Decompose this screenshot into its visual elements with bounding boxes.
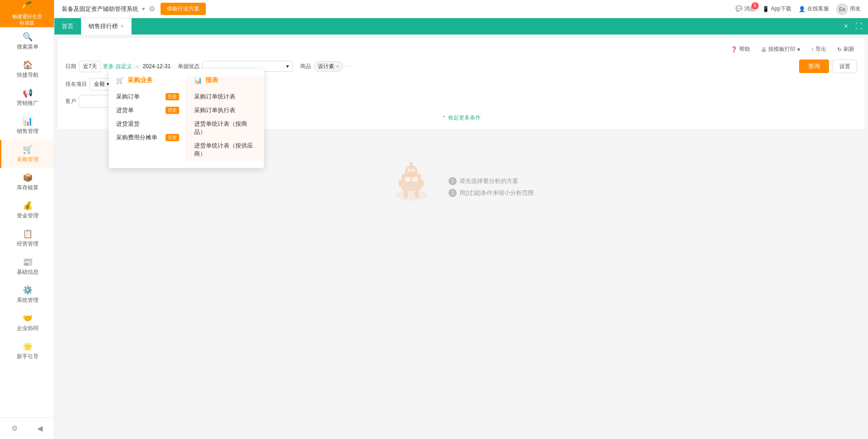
main-content: 🛒 采购业务 采购订单 历史 进货单 历史 进货退货 采购费用分摊单 历史 [54, 35, 868, 439]
main-area: 装备及固定资产辅助管理系统 ▾ ⚙ 体验行业方案 💬 消息 9 📱 App下载 … [54, 0, 868, 439]
report-section: 📊 报表 采购订单统计表 采购订单执行表 进货单统计表（按商品） 进货单统计表（… [186, 76, 264, 161]
report-incoming-supplier-item[interactable]: 进货单统计表（按供应商） [194, 139, 257, 161]
fee-history-badge: 历史 [166, 134, 179, 141]
purchase-fee-item[interactable]: 采购费用分摊单 历史 [116, 131, 179, 144]
purchase-dropdown-menu: 🛒 采购业务 采购订单 历史 进货单 历史 进货退货 采购费用分摊单 历史 [109, 69, 264, 168]
purchase-return-item[interactable]: 进货退货 [116, 117, 179, 131]
purchase-section-icon: 🛒 [116, 77, 124, 84]
report-order-exec-item[interactable]: 采购订单执行表 [194, 104, 257, 117]
report-incoming-goods-item[interactable]: 进货单统计表（按商品） [194, 117, 257, 139]
report-section-header: 📊 报表 [194, 76, 257, 84]
purchase-section: 🛒 采购业务 采购订单 历史 进货单 历史 进货退货 采购费用分摊单 历史 [109, 76, 186, 161]
incoming-history-badge: 历史 [166, 107, 179, 114]
report-section-icon: 📊 [194, 77, 202, 84]
purchase-incoming-item[interactable]: 进货单 历史 [116, 104, 179, 117]
purchase-section-header: 🛒 采购业务 [116, 76, 179, 84]
purchase-order-history-badge: 历史 [166, 93, 179, 100]
purchase-order-item[interactable]: 采购订单 历史 [116, 90, 179, 104]
report-order-stat-item[interactable]: 采购订单统计表 [194, 90, 257, 104]
